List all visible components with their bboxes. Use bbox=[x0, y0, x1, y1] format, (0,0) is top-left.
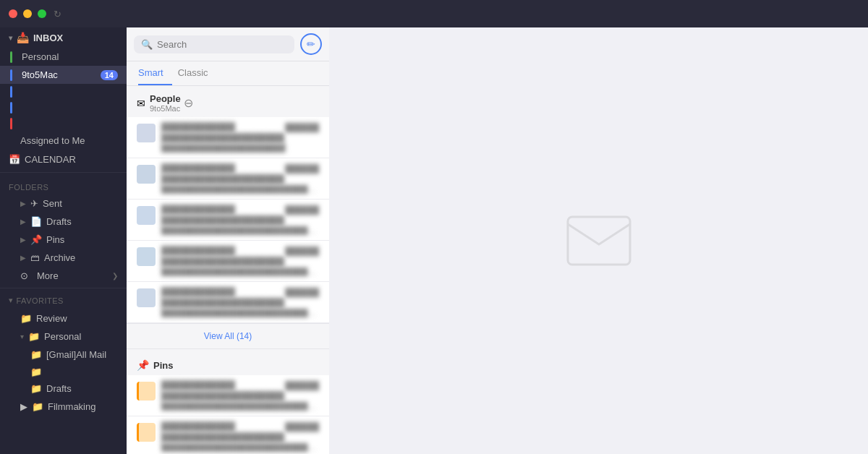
avatar-5 bbox=[137, 288, 156, 307]
pins-email-1[interactable]: ████████████ ██████ ████████████████████… bbox=[127, 375, 329, 416]
sidebar-item-drafts[interactable]: ▶ 📄 Drafts bbox=[0, 213, 127, 231]
filmmaking-folder-icon: 📁 bbox=[32, 401, 43, 412]
sidebar-item-spacer1[interactable] bbox=[0, 84, 127, 100]
sent-label: Sent bbox=[43, 198, 62, 209]
email-list: ✉ People 9to5Mac ⊖ ████████████ ██████ bbox=[127, 86, 329, 454]
sidebar-item-gmail-sub[interactable]: 📁 bbox=[0, 364, 127, 380]
refresh-icon[interactable]: ↻ bbox=[54, 9, 61, 20]
pins-avatar-2 bbox=[137, 423, 156, 442]
compose-icon: ✏ bbox=[307, 38, 315, 50]
sidebar-item-spacer3[interactable] bbox=[0, 116, 127, 132]
subject-5: ████████████████████ bbox=[161, 298, 319, 308]
people-section-header: ✉ People 9to5Mac ⊖ bbox=[127, 86, 329, 117]
sidebar-item-label: Personal bbox=[14, 51, 59, 62]
sidebar-item-drafts-fav[interactable]: 📁 Drafts bbox=[0, 380, 127, 398]
sender-4: ████████████ bbox=[161, 246, 235, 256]
search-input[interactable] bbox=[157, 39, 287, 50]
preview-5: ████████████████████████████ bbox=[161, 309, 319, 317]
right-panel bbox=[329, 27, 868, 454]
time-2: ██████ bbox=[285, 164, 319, 173]
pins-content-1: ████████████ ██████ ████████████████████… bbox=[161, 380, 319, 411]
compose-button[interactable]: ✏ bbox=[300, 33, 322, 55]
sidebar-item-personal-fav[interactable]: ▾ 📁 Personal bbox=[0, 327, 127, 346]
sender-3: ████████████ bbox=[161, 205, 235, 215]
close-button[interactable] bbox=[9, 9, 17, 18]
expand-icon: ▶ bbox=[20, 236, 26, 244]
gmail-all-icon: 📁 bbox=[30, 349, 42, 360]
sidebar-item-review[interactable]: 📁 Review bbox=[0, 309, 127, 327]
review-label: Review bbox=[36, 313, 67, 324]
search-bar: 🔍 ✏ bbox=[127, 27, 329, 61]
archive-label: Archive bbox=[44, 252, 75, 263]
subject-2: ████████████████████ bbox=[161, 174, 319, 184]
pins-email-2[interactable]: ████████████ ██████ ████████████████████… bbox=[127, 416, 329, 454]
drafts-fav-icon: 📁 bbox=[30, 383, 42, 394]
people-section-subtitle: 9to5Mac bbox=[150, 104, 181, 113]
avatar-2 bbox=[137, 165, 156, 184]
people-section-title: People bbox=[150, 93, 181, 104]
pins-avatar-1 bbox=[137, 382, 156, 401]
view-all-people-button[interactable]: View All (14) bbox=[127, 323, 329, 349]
drafts-fav-label: Drafts bbox=[46, 383, 72, 394]
people-email-1[interactable]: ████████████ ██████ ████████████████████… bbox=[127, 117, 329, 158]
sidebar-item-personal[interactable]: Personal bbox=[0, 48, 127, 66]
tab-smart[interactable]: Smart bbox=[138, 61, 172, 85]
people-email-3[interactable]: ████████████ ██████ ████████████████████… bbox=[127, 200, 329, 241]
sender-2: ████████████ bbox=[161, 163, 235, 174]
subject-3: ████████████████████ bbox=[161, 215, 319, 226]
sidebar-item-assigned[interactable]: Assigned to Me bbox=[0, 132, 127, 150]
inbox-header[interactable]: ▾ 📥 INBOX bbox=[0, 27, 127, 48]
sidebar-item-filmmaking[interactable]: ▶ 📁 Filmmaking bbox=[0, 398, 127, 416]
gmail-all-label: [Gmail]All Mail bbox=[46, 349, 106, 360]
favorites-header[interactable]: ▾ Favorites bbox=[0, 291, 127, 309]
pins-time-1: ██████ bbox=[285, 381, 319, 390]
tab-classic[interactable]: Classic bbox=[178, 61, 217, 85]
sidebar-item-spacer2[interactable] bbox=[0, 100, 127, 116]
time-3: ██████ bbox=[285, 205, 319, 214]
preview-2: ████████████████████████████ bbox=[161, 185, 319, 194]
calendar-icon: 📅 bbox=[9, 154, 20, 165]
sidebar-item-9to5mac[interactable]: 9to5Mac 14 bbox=[0, 66, 127, 84]
archive-icon: 🗃 bbox=[30, 252, 40, 263]
divider-2 bbox=[0, 288, 127, 288]
maximize-button[interactable] bbox=[38, 9, 46, 18]
avatar-3 bbox=[137, 206, 156, 225]
sidebar-calendar[interactable]: 📅 CALENDAR bbox=[0, 150, 127, 169]
search-input-wrap[interactable]: 🔍 bbox=[134, 35, 294, 53]
email-content-4: ████████████ ██████ ████████████████████… bbox=[161, 246, 319, 276]
time-4: ██████ bbox=[285, 247, 319, 255]
pins-time-2: ██████ bbox=[285, 422, 319, 431]
pins-subject-2: ████████████████████ bbox=[161, 432, 319, 442]
people-email-2[interactable]: ████████████ ██████ ████████████████████… bbox=[127, 158, 329, 200]
avatar-4 bbox=[137, 247, 156, 266]
calendar-label: CALENDAR bbox=[25, 154, 76, 165]
expand-icon: ▶ bbox=[20, 254, 26, 262]
pins-folder-icon: 📌 bbox=[30, 234, 42, 245]
favorites-chevron-icon: ▾ bbox=[9, 296, 14, 305]
subject-1: ████████████████████ bbox=[161, 133, 319, 143]
email-content-5: ████████████ ██████ ████████████████████… bbox=[161, 287, 319, 317]
sidebar-item-gmail-all[interactable]: 📁 [Gmail]All Mail bbox=[0, 346, 127, 364]
sidebar-item-sent[interactable]: ▶ ✈ Sent bbox=[0, 194, 127, 213]
filmmaking-label: Filmmaking bbox=[48, 401, 95, 412]
minimize-button[interactable] bbox=[23, 9, 32, 18]
sender-1: ████████████ bbox=[161, 122, 235, 132]
sidebar-item-pins[interactable]: ▶ 📌 Pins bbox=[0, 231, 127, 249]
middle-panel: 🔍 ✏ Smart Classic ✉ People 9to5Ma bbox=[127, 27, 329, 454]
personal-accent-bar bbox=[10, 51, 12, 63]
people-email-4[interactable]: ████████████ ██████ ████████████████████… bbox=[127, 241, 329, 282]
drafts-label: Drafts bbox=[46, 216, 72, 227]
sidebar-item-archive[interactable]: ▶ 🗃 Archive bbox=[0, 249, 127, 267]
gmail-sub-icon: 📁 bbox=[30, 367, 42, 377]
filmmaking-icon: ▶ bbox=[20, 401, 27, 412]
people-email-5[interactable]: ████████████ ██████ ████████████████████… bbox=[127, 282, 329, 323]
app-body: ▾ 📥 INBOX Personal 9to5Mac 14 Assigned t… bbox=[0, 27, 868, 454]
pins-label: Pins bbox=[46, 234, 64, 245]
subject-4: ████████████████████ bbox=[161, 257, 319, 267]
drafts-icon: 📄 bbox=[30, 216, 42, 227]
sidebar-item-more[interactable]: ⊙ More ❯ bbox=[0, 267, 127, 285]
tabs-bar: Smart Classic bbox=[127, 61, 329, 86]
people-expand-icon: ⊖ bbox=[184, 97, 193, 109]
people-expand-button[interactable]: ⊖ bbox=[181, 96, 196, 110]
expand-icon: ▾ bbox=[20, 333, 24, 340]
